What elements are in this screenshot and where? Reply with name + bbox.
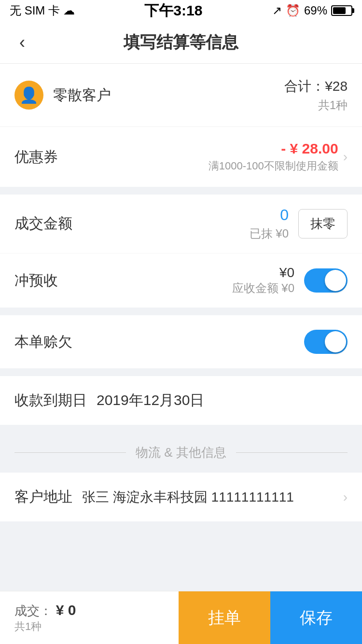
status-left: 无 SIM 卡 ☁ [10, 3, 75, 18]
customer-row: 👤 零散客户 合计：¥28 共1种 [0, 64, 362, 126]
bottom-summary: 成交： ¥ 0 共1种 [0, 602, 179, 634]
address-section[interactable]: 客户地址 张三 海淀永丰科技园 11111111111 › [0, 473, 362, 521]
customer-section: 👤 零散客户 合计：¥28 共1种 优惠券 - ¥ 28.00 满1000-10… [0, 64, 362, 187]
sim-text: 无 SIM 卡 ☁ [10, 3, 75, 18]
bottom-bar: 成交： ¥ 0 共1种 挂单 保存 [0, 591, 362, 644]
status-time: 下午3:18 [144, 1, 202, 21]
location-icon: ↗ [272, 4, 282, 17]
due-date-label: 收款到期日 [14, 391, 87, 410]
deal-amount-sub: 已抹 ¥0 [250, 226, 289, 241]
divider-line-right [236, 452, 348, 453]
coupon-label: 优惠券 [14, 147, 58, 167]
nav-bar: ‹ 填写结算等信息 [0, 21, 362, 64]
hang-button[interactable]: 挂单 [179, 591, 270, 644]
prepay-right: ¥0 应收金额 ¥0 [232, 265, 348, 296]
credit-label: 本单赊欠 [14, 332, 72, 352]
deal-amount-right: 0 已抹 ¥0 抹零 [250, 206, 348, 241]
customer-total: 合计：¥28 [284, 77, 348, 96]
page-title: 填写结算等信息 [124, 31, 238, 54]
divider-line-left [14, 452, 126, 453]
coupon-info: - ¥ 28.00 满1000-100不限制使用金额 [209, 140, 338, 173]
back-button[interactable]: ‹ [14, 28, 30, 57]
due-date-value: 2019年12月30日 [97, 391, 204, 410]
chevron-right-icon: › [343, 149, 348, 165]
prepay-amount: ¥0 [232, 265, 294, 280]
deal-amount-label: 成交金额 [14, 214, 72, 234]
credit-section: 本单赊欠 [0, 315, 362, 368]
coupon-right: - ¥ 28.00 满1000-100不限制使用金额 › [209, 140, 348, 173]
address-label: 客户地址 [14, 487, 72, 507]
battery-icon [331, 5, 352, 16]
transaction-section: 成交金额 0 已抹 ¥0 抹零 冲预收 ¥0 应收金额 ¥0 [0, 195, 362, 308]
address-chevron-icon: › [343, 490, 348, 505]
coupon-desc: 满1000-100不限制使用金额 [209, 159, 338, 173]
content: 👤 零散客户 合计：¥28 共1种 优惠券 - ¥ 28.00 满1000-10… [0, 64, 362, 579]
due-date-row: 收款到期日 2019年12月30日 [14, 391, 348, 410]
bottom-deal-prefix: 成交： [14, 603, 52, 618]
round-zero-button[interactable]: 抹零 [298, 209, 348, 238]
prepay-row: 冲预收 ¥0 应收金额 ¥0 [0, 253, 362, 308]
deal-amount-row: 成交金额 0 已抹 ¥0 抹零 [0, 195, 362, 253]
save-button[interactable]: 保存 [270, 591, 362, 644]
bottom-deal-amount: ¥ 0 [56, 602, 76, 618]
battery-percent: 69% [304, 4, 327, 17]
customer-name: 零散客户 [53, 85, 111, 105]
avatar: 👤 [14, 81, 43, 110]
avatar-icon: 👤 [19, 86, 39, 104]
logistics-divider: 物流 & 其他信息 [0, 433, 362, 473]
credit-toggle[interactable] [304, 330, 348, 354]
logistics-label: 物流 & 其他信息 [136, 444, 226, 461]
address-value: 张三 海淀永丰科技园 11111111111 [82, 488, 343, 506]
prepay-label: 冲预收 [14, 271, 58, 291]
bottom-deal-line: 成交： ¥ 0 [14, 602, 164, 619]
deal-amount-value: 0 [250, 206, 289, 224]
coupon-row[interactable]: 优惠券 - ¥ 28.00 满1000-100不限制使用金额 › [0, 126, 362, 187]
coupon-amount: - ¥ 28.00 [209, 140, 338, 157]
bottom-count: 共1种 [14, 619, 164, 634]
prepay-toggle[interactable] [304, 268, 348, 293]
customer-summary: 合计：¥28 共1种 [284, 77, 348, 113]
prepay-sub: 应收金额 ¥0 [232, 280, 294, 296]
status-right: ↗ ⏰ 69% [272, 4, 352, 17]
customer-left: 👤 零散客户 [14, 81, 111, 110]
alarm-icon: ⏰ [286, 4, 300, 17]
deal-amount-block: 0 已抹 ¥0 [250, 206, 289, 241]
prepay-amount-block: ¥0 应收金额 ¥0 [232, 265, 294, 296]
status-bar: 无 SIM 卡 ☁ 下午3:18 ↗ ⏰ 69% [0, 0, 362, 21]
due-date-section: 收款到期日 2019年12月30日 [0, 376, 362, 425]
customer-count: 共1种 [284, 98, 348, 113]
